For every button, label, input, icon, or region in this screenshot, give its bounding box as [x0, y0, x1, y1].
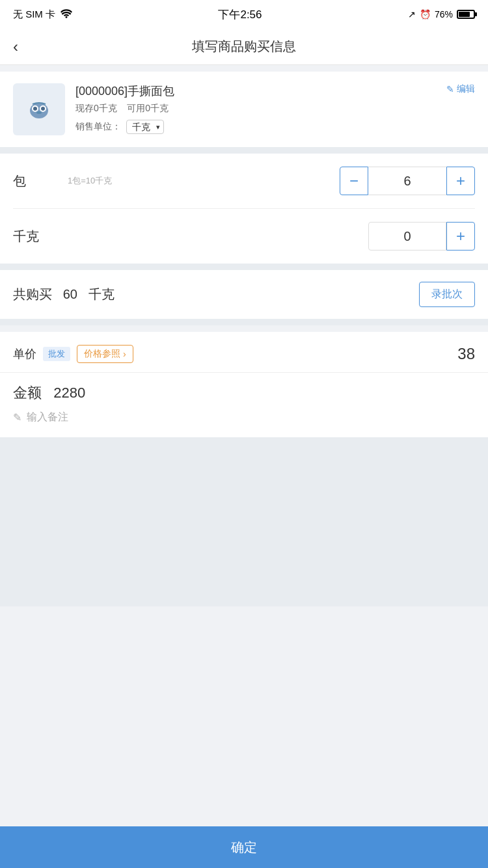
kg-plus-button[interactable]: + — [446, 222, 475, 251]
price-row: 单价 批发 价格参照 › 38 — [13, 345, 475, 363]
status-left: 无 SIM 卡 — [13, 8, 72, 21]
kg-qty-input[interactable] — [368, 222, 446, 251]
section-separator-2 — [0, 264, 488, 270]
amount-label: 金额 — [13, 385, 42, 401]
bao-minus-button[interactable]: − — [340, 167, 368, 195]
svg-point-5 — [36, 111, 42, 114]
total-amount: 60 — [63, 287, 77, 301]
edit-button[interactable]: ✎ 编辑 — [446, 83, 475, 95]
input-section: 包 1包=10千克 − + 千克 + — [0, 154, 488, 264]
stock-current: 现存0千克 — [75, 103, 117, 113]
price-label: 单价 — [13, 346, 36, 362]
price-tag: 批发 — [43, 347, 70, 361]
back-button[interactable]: ‹ — [13, 39, 18, 55]
confirm-bar[interactable]: 确定 — [0, 826, 488, 868]
alarm-icon: ⏰ — [420, 9, 431, 20]
kg-row: 千克 + — [13, 209, 475, 264]
status-right: ↗ ⏰ 76% — [408, 9, 475, 20]
nav-bar: ‹ 填写商品购买信息 — [0, 29, 488, 65]
product-stock: 现存0千克 可用0千克 — [75, 103, 436, 115]
bao-row: 包 1包=10千克 − + — [13, 154, 475, 209]
battery-percent: 76% — [435, 9, 453, 20]
total-row: 共购买 60 千克 录批次 — [0, 270, 488, 319]
product-card: [0000006]手撕面包 现存0千克 可用0千克 销售单位： 千克 ✎ 编辑 — [0, 72, 488, 147]
unit-label: 销售单位： — [75, 121, 121, 133]
wifi-icon — [61, 9, 72, 20]
bao-qty-control: − + — [340, 167, 475, 195]
svg-point-3 — [33, 107, 37, 111]
svg-point-4 — [41, 107, 45, 111]
total-text: 共购买 60 千克 — [13, 286, 115, 303]
product-info: [0000006]手撕面包 现存0千克 可用0千克 销售单位： 千克 — [75, 83, 436, 134]
unit-select[interactable]: 千克 — [126, 120, 164, 134]
edit-label: 编辑 — [457, 83, 475, 95]
bao-qty-input[interactable] — [368, 167, 446, 195]
no-sim-text: 无 SIM 卡 — [13, 8, 55, 21]
section-separator-3 — [0, 319, 488, 325]
note-placeholder: 输入备注 — [27, 411, 68, 424]
confirm-button[interactable]: 确定 — [231, 839, 257, 856]
total-unit: 千克 — [88, 287, 115, 301]
battery-icon — [457, 10, 475, 19]
product-name: [0000006]手撕面包 — [75, 83, 436, 99]
amount-section: 金额 2280 ✎ 输入备注 — [0, 372, 488, 437]
status-time: 下午2:56 — [218, 7, 262, 22]
product-unit-row: 销售单位： 千克 — [75, 120, 436, 134]
status-bar: 无 SIM 卡 下午2:56 ↗ ⏰ 76% — [0, 0, 488, 29]
price-value: 38 — [457, 345, 475, 363]
product-thumbnail — [13, 83, 65, 135]
price-ref-label: 价格参照 — [84, 348, 120, 360]
bao-label: 包 — [13, 172, 65, 190]
section-separator-1 — [0, 147, 488, 154]
stock-available: 可用0千克 — [127, 103, 169, 113]
note-row[interactable]: ✎ 输入备注 — [13, 411, 475, 424]
empty-area — [0, 437, 488, 606]
total-label: 共购买 — [13, 287, 52, 301]
note-icon: ✎ — [13, 411, 21, 424]
price-section: 单价 批发 价格参照 › 38 — [0, 332, 488, 372]
page-title: 填写商品购买信息 — [192, 38, 296, 55]
price-ref-button[interactable]: 价格参照 › — [77, 345, 133, 363]
batch-button[interactable]: 录批次 — [419, 282, 475, 307]
price-ref-icon: › — [123, 349, 126, 359]
bao-hint: 1包=10千克 — [68, 175, 340, 187]
amount-value: 2280 — [53, 385, 85, 401]
kg-label: 千克 — [13, 228, 65, 245]
bao-plus-button[interactable]: + — [446, 167, 475, 195]
amount-row: 金额 2280 — [13, 383, 475, 403]
kg-qty-control: + — [368, 222, 475, 251]
edit-icon: ✎ — [446, 84, 454, 94]
location-icon: ↗ — [408, 9, 416, 20]
unit-select-wrap[interactable]: 千克 — [126, 120, 164, 134]
